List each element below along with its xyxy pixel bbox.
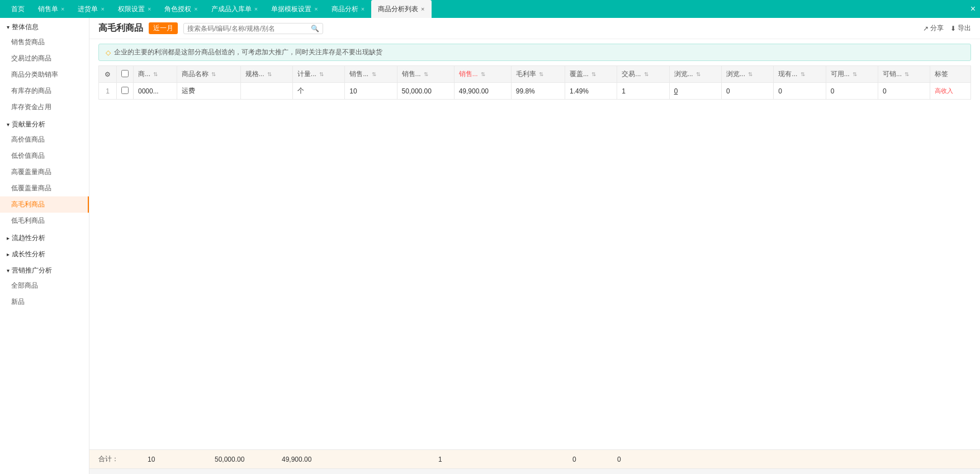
total-placeholder4 — [523, 456, 568, 463]
cell-available: 0 — [826, 83, 878, 100]
share-button[interactable]: ↗ 分享 — [923, 24, 944, 33]
close-product-analysis-list[interactable]: × — [421, 6, 424, 12]
sort-sellable-icon: ⇅ — [905, 71, 909, 77]
sidebar-section-growth[interactable]: ▸ 成长性分析 — [0, 245, 89, 261]
total-available: 0 — [613, 456, 657, 463]
sort-sales-profit-icon: ⇅ — [481, 71, 485, 77]
nav-permission[interactable]: 权限设置 × — [111, 0, 158, 18]
data-table: ⚙ 商... ⇅ 商品名称 ⇅ — [98, 65, 971, 100]
total-sales-amount: 50,000.00 — [210, 456, 277, 463]
sidebar-item-low-value[interactable]: 低价值商品 — [0, 148, 89, 164]
sort-unit-icon: ⇅ — [319, 71, 324, 77]
tag-high-income: 高收入 — [935, 87, 953, 94]
cell-unit: 个 — [292, 83, 344, 100]
col-gross-margin[interactable]: 毛利率 ⇅ — [511, 66, 565, 83]
sidebar-section-contribution[interactable]: ▾ 贡献量分析 — [0, 115, 89, 132]
cell-views2: 0 — [721, 83, 773, 100]
sidebar-item-stock-fund[interactable]: 库存资金占用 — [0, 99, 89, 115]
sort-spec-icon: ⇅ — [267, 71, 272, 77]
arrow-flow: ▸ — [7, 235, 10, 241]
nav-sales[interactable]: 销售单 × — [31, 0, 71, 18]
cell-trade: 1 — [617, 83, 669, 100]
export-icon: ⬇ — [950, 25, 956, 32]
nav-product-stock[interactable]: 产成品入库单 × — [205, 0, 264, 18]
total-trade: 1 — [434, 456, 479, 463]
col-sales-count[interactable]: 销售... ⇅ — [345, 66, 397, 83]
search-input[interactable] — [187, 25, 311, 32]
col-settings[interactable]: ⚙ — [99, 66, 117, 83]
close-product-stock[interactable]: × — [254, 6, 258, 12]
sidebar-section-marketing[interactable]: ▾ 营销推广分析 — [0, 261, 89, 278]
close-all-tabs[interactable]: × — [970, 4, 976, 14]
info-banner: ◇ 企业的主要的利润都是这部分商品创造的，可考虑加大推广，同时关注库存是不要出现… — [98, 44, 971, 61]
select-all-checkbox[interactable] — [121, 70, 129, 77]
col-spec[interactable]: 规格... ⇅ — [240, 66, 292, 83]
col-current-stock[interactable]: 现有... ⇅ — [774, 66, 826, 83]
cell-gross-margin: 99.8% — [511, 83, 565, 100]
sort-gross-margin-icon: ⇅ — [539, 71, 543, 77]
total-sales-profit: 49,900.00 — [277, 456, 344, 463]
share-icon: ↗ — [923, 25, 929, 32]
sidebar-item-all-goods[interactable]: 全部商品 — [0, 278, 89, 294]
total-values: 10 50,000.00 49,900.00 1 0 0 — [143, 456, 657, 463]
sidebar-item-traded-goods[interactable]: 交易过的商品 — [0, 50, 89, 67]
sidebar-item-category-rate[interactable]: 商品分类助销率 — [0, 67, 89, 83]
top-nav: 首页 销售单 × 进货单 × 权限设置 × 角色授权 × 产成品入库单 × 单据… — [0, 0, 980, 18]
nav-purchase[interactable]: 进货单 × — [71, 0, 111, 18]
close-sales[interactable]: × — [61, 6, 64, 12]
col-tag: 标签 — [930, 66, 971, 83]
sidebar-item-high-coverage[interactable]: 高覆盖量商品 — [0, 164, 89, 180]
col-name[interactable]: 商品名称 ⇅ — [177, 66, 240, 83]
content-header: 高毛利商品 近一月 🔍 ↗ 分享 ⬇ 导出 — [89, 18, 980, 39]
sidebar-item-high-value[interactable]: 高价值商品 — [0, 132, 89, 148]
sidebar-section-overall[interactable]: ▾ 整体信息 — [0, 18, 89, 34]
nav-role[interactable]: 角色授权 × — [158, 0, 204, 18]
sidebar-item-low-margin[interactable]: 低毛利商品 — [0, 213, 89, 229]
sort-sales-amount-icon: ⇅ — [424, 71, 428, 77]
col-sales-amount[interactable]: 销售... ⇅ — [397, 66, 454, 83]
export-button[interactable]: ⬇ 导出 — [950, 24, 971, 33]
search-icon[interactable]: 🔍 — [311, 25, 319, 32]
col-trade[interactable]: 交易... ⇅ — [617, 66, 669, 83]
col-views2[interactable]: 浏览... ⇅ — [721, 66, 773, 83]
nav-template[interactable]: 单据模板设置 × — [264, 0, 324, 18]
nav-product-analysis-list[interactable]: 商品分析列表 × — [371, 0, 431, 18]
col-views1[interactable]: 浏览... ⇅ — [669, 66, 721, 83]
row-checkbox[interactable] — [121, 87, 129, 94]
sidebar-item-in-stock[interactable]: 有库存的商品 — [0, 83, 89, 99]
cell-coverage: 1.49% — [565, 83, 617, 100]
cell-views1[interactable]: 0 — [669, 83, 721, 100]
col-checkbox[interactable] — [117, 66, 134, 83]
sidebar-toggle[interactable]: « — [89, 235, 89, 257]
bottom-scrollbar[interactable] — [89, 468, 980, 474]
close-product-analysis[interactable]: × — [361, 6, 364, 12]
cell-tag: 高收入 — [930, 83, 971, 100]
close-purchase[interactable]: × — [101, 6, 104, 12]
close-permission[interactable]: × — [148, 6, 151, 12]
table-wrapper[interactable]: ⚙ 商... ⇅ 商品名称 ⇅ — [89, 65, 980, 449]
nav-product-analysis[interactable]: 商品分析 × — [325, 0, 371, 18]
sort-current-stock-icon: ⇅ — [801, 71, 805, 77]
col-code[interactable]: 商... ⇅ — [134, 66, 177, 83]
sidebar-section-flow[interactable]: ▸ 流趋性分析 — [0, 229, 89, 245]
col-available[interactable]: 可用... ⇅ — [826, 66, 878, 83]
content-area: 高毛利商品 近一月 🔍 ↗ 分享 ⬇ 导出 ◇ 企业的主要的利润都是这部分商品创… — [89, 18, 980, 474]
sort-coverage-icon: ⇅ — [591, 71, 596, 77]
col-unit[interactable]: 计量... ⇅ — [292, 66, 344, 83]
close-template[interactable]: × — [314, 6, 318, 12]
total-current-stock: 0 — [568, 456, 613, 463]
col-sellable[interactable]: 可销... ⇅ — [878, 66, 930, 83]
sidebar-item-low-coverage[interactable]: 低覆盖量商品 — [0, 180, 89, 196]
period-button[interactable]: 近一月 — [149, 22, 178, 34]
col-coverage[interactable]: 覆盖... ⇅ — [565, 66, 617, 83]
sort-views1-icon: ⇅ — [696, 71, 700, 77]
cell-code: 0000... — [134, 83, 177, 100]
close-role[interactable]: × — [194, 6, 197, 12]
cell-checkbox[interactable] — [117, 83, 134, 100]
sidebar-item-sales-goods[interactable]: 销售货商品 — [0, 34, 89, 50]
col-sales-profit[interactable]: 销售... ⇅ — [454, 66, 511, 83]
page-title: 高毛利商品 — [98, 22, 143, 34]
nav-home[interactable]: 首页 — [4, 0, 31, 18]
sidebar-item-new-goods[interactable]: 新品 — [0, 294, 89, 310]
sidebar-item-high-margin[interactable]: 高毛利商品 — [0, 196, 89, 213]
